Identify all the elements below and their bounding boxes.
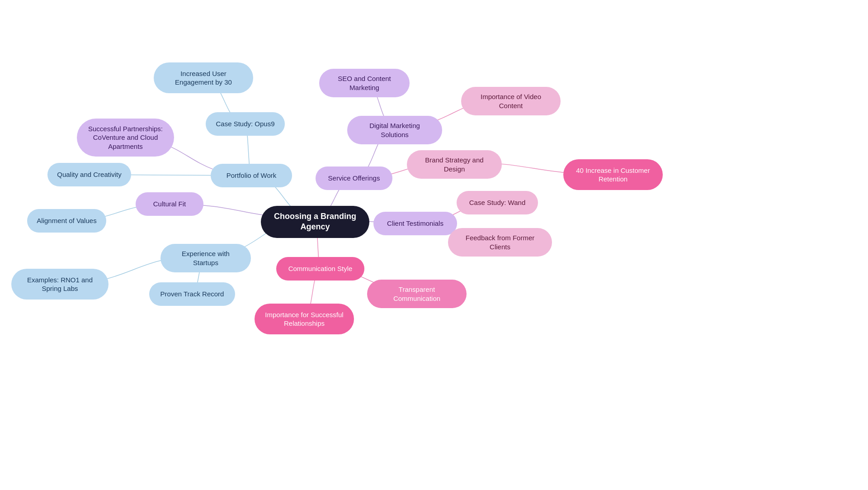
mindmap-node-feedback_clients: Feedback from Former Clients xyxy=(448,228,552,257)
mindmap-node-transparent_comm: Transparent Communication xyxy=(367,280,467,308)
mindmap-node-cultural_fit: Cultural Fit xyxy=(136,192,203,216)
mindmap-node-brand_strategy: Brand Strategy and Design xyxy=(407,150,502,179)
mindmap-node-increased_engagement: Increased User Engagement by 30 xyxy=(154,62,253,93)
mindmap-node-case_study_wand: Case Study: Wand xyxy=(457,191,538,214)
mindmap-node-importance_successful: Importance for Successful Relationships xyxy=(255,304,354,334)
mindmap-node-client_testimonials: Client Testimonials xyxy=(373,212,457,235)
mindmap-node-successful_partnerships: Successful Partnerships: CoVenture and C… xyxy=(77,119,174,157)
mindmap-node-communication_style: Communication Style xyxy=(276,257,364,281)
mindmap-node-center: Choosing a Branding Agency xyxy=(261,206,369,238)
connections-layer xyxy=(0,0,868,490)
mindmap-node-portfolio: Portfolio of Work xyxy=(211,164,292,187)
mindmap-node-quality_creativity: Quality and Creativity xyxy=(47,163,131,186)
mindmap-node-examples_rno1: Examples: RNO1 and Spring Labs xyxy=(11,269,108,300)
mindmap-node-experience_startups: Experience with Startups xyxy=(160,244,251,272)
mindmap-node-importance_video: Importance of Video Content xyxy=(461,87,561,115)
mindmap-node-digital_marketing: Digital Marketing Solutions xyxy=(347,116,442,144)
mindmap-node-alignment_values: Alignment of Values xyxy=(27,209,106,233)
mindmap-node-service_offerings: Service Offerings xyxy=(316,167,392,190)
mindmap-node-increase_retention: 40 Increase in Customer Retention xyxy=(563,159,663,190)
mindmap-node-proven_track: Proven Track Record xyxy=(149,282,235,306)
mindmap-container: Choosing a Branding AgencyPortfolio of W… xyxy=(0,0,868,490)
mindmap-node-seo_content: SEO and Content Marketing xyxy=(319,69,410,97)
mindmap-node-case_study_opus: Case Study: Opus9 xyxy=(206,112,285,136)
